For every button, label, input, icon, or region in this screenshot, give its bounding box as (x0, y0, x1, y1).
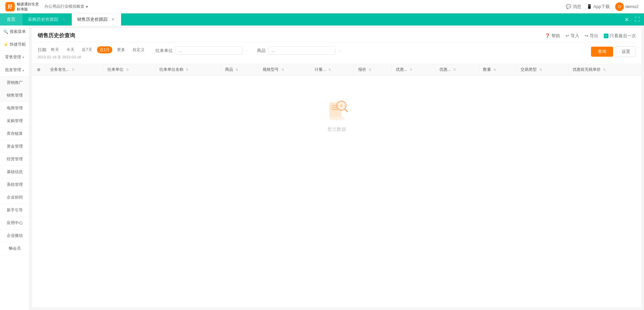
goods-filter-group: 商品 ··· (257, 46, 342, 55)
th-goods-sort-icon: ⇅ (235, 68, 238, 71)
date-option-today[interactable]: 今天 (64, 46, 77, 53)
sidebar-item-sales-label: 销售管理 (7, 93, 23, 98)
date-option-yesterday[interactable]: 昨天 (48, 46, 62, 53)
th-quote-price-label: 报价 (358, 67, 366, 72)
tab-bar-right: ✕ ⛶ (623, 13, 644, 25)
sidebar-item-wholesale[interactable]: 批发管理 ▴ (0, 64, 29, 76)
sidebar-item-search[interactable]: 🔍 搜索菜单 (0, 25, 29, 38)
page-title: 销售历史价查询 (38, 32, 75, 39)
search-icon: 🔍 (3, 30, 8, 34)
th-unit[interactable]: 计量... ⇅ (310, 64, 354, 75)
sidebar-item-sales[interactable]: 销售管理 (0, 89, 29, 102)
app-download-button[interactable]: 📱 App下载 (587, 4, 610, 10)
date-option-7days[interactable]: 近7天 (79, 46, 95, 53)
sidebar-item-retail[interactable]: 零售管理 ▾ (0, 51, 29, 64)
sidebar-item-retail-label: 零售管理 (5, 54, 21, 60)
export-button[interactable]: ↪ 导出 (585, 33, 598, 39)
username: demo2 (625, 4, 639, 9)
partner-dots-button[interactable]: ··· (245, 48, 249, 53)
th-discount2-label: 优惠... (439, 67, 451, 72)
help-button[interactable]: ❓ 帮助 (545, 33, 560, 39)
sidebar-item-guide[interactable]: 新手引导 (0, 204, 29, 217)
th-spec-sort-icon: ⇅ (281, 68, 284, 71)
tab-sales-close-icon[interactable]: ✕ (110, 17, 116, 22)
import-icon: ↩ (566, 33, 569, 38)
sidebar-item-enterprise[interactable]: 企业协同 (0, 191, 29, 204)
tab-purchase-label: 采购历史价跟踪 (28, 16, 58, 22)
goods-input[interactable] (268, 46, 335, 55)
sidebar-item-system[interactable]: 系统管理 (0, 178, 29, 191)
th-partner-code-label: 往来单位 (107, 67, 123, 72)
th-settings[interactable]: ⚙ (32, 64, 46, 75)
goods-filter-label: 商品 (257, 48, 266, 54)
th-date[interactable]: 业务发生... ⇅ (46, 64, 103, 75)
query-button[interactable]: 查询 (591, 47, 613, 57)
only-last-checkbox[interactable]: ✓ 只看最后一次 (604, 33, 636, 39)
sidebar-item-appcenter-label: 应用中心 (7, 220, 23, 226)
sidebar-item-membership[interactable]: 畅会员 (0, 242, 29, 255)
checkbox-checked-icon: ✓ (604, 34, 608, 38)
quicknav-icon: ⚡ (3, 42, 8, 47)
logo-area: 好 畅捷通好生意 标准版 (5, 2, 39, 11)
th-spec[interactable]: 规格型号 ⇅ (259, 64, 310, 75)
th-goods[interactable]: 商品 ⇅ (221, 64, 258, 75)
tab-close-all-button[interactable]: ✕ (623, 15, 631, 23)
settings-button[interactable]: 设置 (616, 46, 636, 57)
date-option-custom[interactable]: 自定义 (130, 46, 147, 53)
chevron-down-icon: ▾ (22, 55, 24, 59)
date-option-more[interactable]: 更多 (114, 46, 128, 53)
sidebar-item-marketing[interactable]: 营销推广 (0, 76, 29, 89)
tab-sales[interactable]: 销售历史价跟踪 ✕ (72, 13, 121, 25)
partner-input[interactable] (175, 46, 243, 55)
th-discount2[interactable]: 优惠... ⇅ (435, 64, 479, 75)
empty-icon (323, 96, 350, 122)
goods-dots-button[interactable]: ··· (338, 48, 342, 53)
th-partner-name[interactable]: 往来单位名称 ⇅ (155, 64, 221, 75)
sidebar-item-ecommerce[interactable]: 电商管理 (0, 102, 29, 115)
tab-purchase-close-icon[interactable]: ✕ (61, 17, 66, 22)
sidebar-item-purchase-label: 采购管理 (7, 118, 23, 124)
sidebar-item-basic-info[interactable]: 基础信息 (0, 166, 29, 178)
th-quantity[interactable]: 数量 ⇅ (479, 64, 516, 75)
message-button[interactable]: 💬 消息 (566, 4, 581, 10)
filter-row: 日期 昨天 今天 近7天 近1月 更多 自定义 2023-02-18 至 202… (38, 46, 636, 60)
settings-icon: ⚙ (37, 67, 41, 72)
th-partner-code[interactable]: 往来单位 ⇅ (103, 64, 155, 75)
date-option-1month[interactable]: 近1月 (97, 46, 113, 53)
page-header: 销售历史价查询 ❓ 帮助 ↩ 导入 ↪ 导出 ✓ (32, 28, 641, 42)
import-button[interactable]: ↩ 导入 (566, 33, 579, 39)
tab-fullscreen-button[interactable]: ⛶ (633, 15, 641, 23)
th-pretax-price-sort-icon: ⇅ (603, 68, 606, 71)
th-pretax-price[interactable]: 优惠前无税单价 ⇅ (568, 64, 641, 75)
sidebar-item-wechat[interactable]: 企业微信 (0, 229, 29, 242)
th-goods-label: 商品 (225, 67, 233, 72)
tab-purchase[interactable]: 采购历史价跟踪 ✕ (22, 13, 72, 25)
th-partner-name-label: 往来单位名称 (159, 67, 183, 72)
chevron-up-icon: ▴ (22, 68, 24, 72)
sidebar-item-inventory[interactable]: 库存核算 (0, 127, 29, 140)
th-discount1[interactable]: 优惠... ⇅ (392, 64, 435, 75)
th-quote-price[interactable]: 报价 ⇅ (354, 64, 391, 75)
sidebar-item-appcenter[interactable]: 应用中心 (0, 217, 29, 229)
tab-home[interactable]: 首页 (0, 13, 22, 25)
date-options: 昨天 今天 近7天 近1月 更多 自定义 (48, 46, 147, 53)
th-unit-sort-icon: ⇅ (328, 68, 331, 71)
table-header-row: ⚙ 业务发生... ⇅ 往来单位 ⇅ 往来单位名称 (32, 64, 641, 75)
date-filter-group: 日期 昨天 今天 近7天 近1月 更多 自定义 2023-02-18 至 202… (38, 46, 147, 60)
th-discount1-sort-icon: ⇅ (410, 68, 412, 71)
sidebar-item-quicknav[interactable]: ⚡ 快捷导航 (0, 38, 29, 51)
th-trade-type[interactable]: 交易类型 ⇅ (517, 64, 568, 75)
export-label: 导出 (590, 33, 598, 39)
message-label: 消息 (573, 4, 581, 10)
sidebar-item-finance[interactable]: 资金管理 (0, 140, 29, 153)
date-filter-label: 日期 (38, 47, 46, 53)
top-bar: 好 畅捷通好生意 标准版 办公用品行业模拟账套 ▾ 💬 消息 📱 App下载 D… (0, 0, 644, 13)
sidebar-item-operations[interactable]: 经营管理 (0, 153, 29, 166)
th-quote-price-sort-icon: ⇅ (369, 68, 371, 71)
tab-home-label: 首页 (7, 16, 15, 22)
sidebar-item-purchase[interactable]: 采购管理 (0, 115, 29, 127)
empty-text: 暂元数据 (327, 126, 346, 133)
company-selector[interactable]: 办公用品行业模拟账套 ▾ (42, 3, 91, 10)
user-area[interactable]: D demo2 (615, 2, 639, 11)
page-header-actions: ❓ 帮助 ↩ 导入 ↪ 导出 ✓ 只看最后一次 (545, 33, 636, 39)
